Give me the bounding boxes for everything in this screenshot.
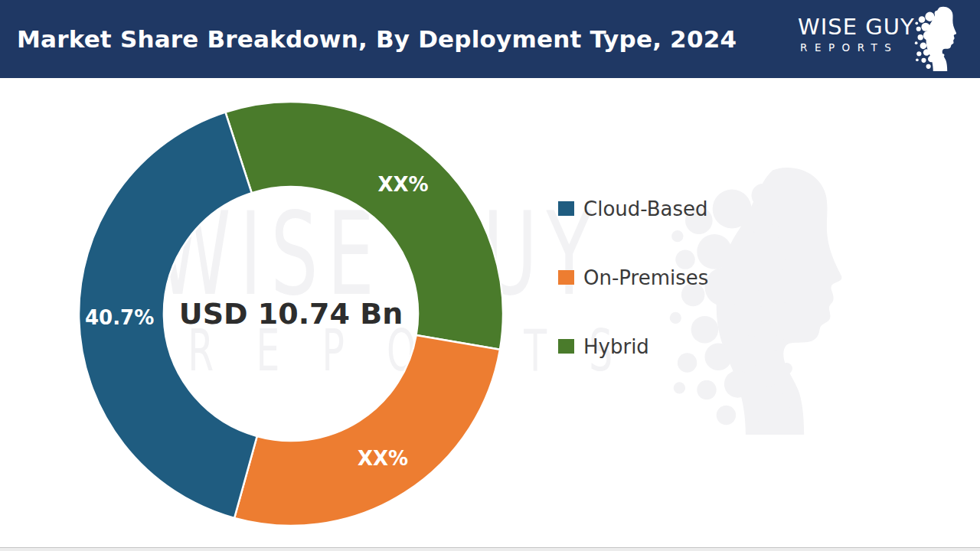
legend-label: Cloud-Based — [583, 197, 708, 220]
legend: Cloud-Based On-Premises Hybrid — [558, 196, 708, 403]
logo-face-icon — [914, 5, 966, 71]
legend-label: On-Premises — [583, 266, 708, 289]
header: Market Share Breakdown, By Deployment Ty… — [0, 0, 980, 78]
slice-label-hybrid: XX% — [377, 173, 428, 196]
page-title: Market Share Breakdown, By Deployment Ty… — [17, 25, 737, 53]
legend-item-hybrid: Hybrid — [558, 334, 708, 359]
wise-guy-logo: WISE GUY REPORTS — [798, 15, 975, 77]
chart-center-value: USD 10.74 Bn — [179, 297, 403, 331]
legend-label: Hybrid — [583, 335, 649, 358]
legend-item-cloud-based: Cloud-Based — [558, 196, 708, 221]
legend-swatch-hybrid — [558, 339, 574, 354]
legend-item-on-premises: On-Premises — [558, 265, 708, 290]
slice-label-cloud-based: 40.7% — [85, 306, 154, 329]
legend-swatch-cloud-based — [558, 201, 574, 216]
legend-swatch-on-premises — [558, 270, 574, 285]
bottom-divider — [0, 547, 980, 551]
donut-slice-on-premises — [234, 335, 500, 526]
donut-chart: XX%XX%40.7% — [0, 78, 980, 551]
slice-label-on-premises: XX% — [358, 447, 408, 470]
